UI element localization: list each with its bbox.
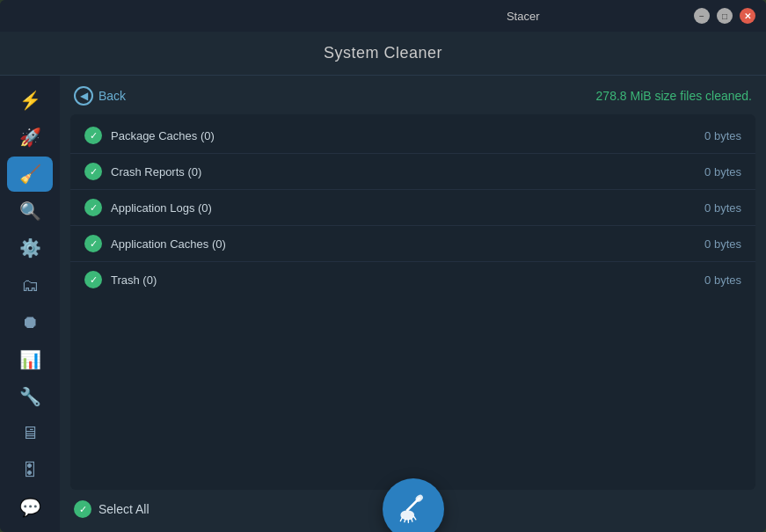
broom-icon [398, 493, 429, 525]
list-item-left: ✓ Package Caches (0) [84, 127, 215, 144]
check-icon: ✓ [84, 199, 102, 216]
startup-icon: 🚀 [19, 127, 41, 148]
services-icon: ⚙️ [19, 237, 41, 259]
sidebar-item-uninstaller[interactable]: 🗂 [7, 267, 53, 302]
item-label: Application Caches (0) [111, 237, 226, 251]
bottom-bar: ✓ Select All [70, 490, 755, 521]
apt-icon: 🎛 [21, 460, 39, 480]
table-row: ✓ Application Logs (0) 0 bytes [70, 190, 755, 226]
window-controls: − □ ✕ [694, 8, 755, 24]
cleaner-icon: 🧹 [19, 164, 41, 185]
table-row: ✓ Application Caches (0) 0 bytes [70, 226, 755, 262]
list-item-left: ✓ Application Caches (0) [84, 235, 226, 252]
resources-icon: ⏺ [21, 312, 39, 332]
check-icon: ✓ [84, 163, 102, 180]
dashboard-icon: ⚡ [19, 90, 41, 111]
sidebar-item-cleaner[interactable]: 🧹 [7, 157, 53, 192]
sidebar-item-tools[interactable]: 🔧 [7, 379, 53, 414]
sidebar-item-terminal[interactable]: 💬 [7, 490, 53, 525]
sidebar-item-resources[interactable]: ⏺ [7, 304, 53, 339]
sidebar-item-services[interactable]: ⚙️ [7, 230, 53, 266]
check-icon: ✓ [84, 271, 102, 288]
clean-button[interactable] [383, 478, 444, 532]
cleaned-message: 278.8 MiB size files cleaned. [596, 89, 752, 103]
list-item-left: ✓ Crash Reports (0) [84, 163, 201, 180]
items-list: ✓ Package Caches (0) 0 bytes ✓ Crash Rep… [70, 114, 755, 490]
svg-line-7 [413, 516, 415, 519]
item-label: Crash Reports (0) [111, 165, 201, 179]
sidebar-item-apt[interactable]: 🎛 [7, 453, 53, 488]
item-label: Application Logs (0) [111, 201, 212, 215]
page-title-bar: System Cleaner [0, 32, 766, 76]
close-button[interactable]: ✕ [740, 8, 755, 24]
sidebar-item-search[interactable]: 🔍 [7, 193, 53, 229]
sidebar: ⚡ 🚀 🧹 🔍 ⚙️ 🗂 ⏺ 📊 🔧 [0, 76, 60, 532]
back-bar: ◀ Back 278.8 MiB size files cleaned. [70, 86, 755, 106]
list-item-left: ✓ Trash (0) [84, 271, 157, 288]
back-button[interactable]: ◀ Back [74, 86, 126, 106]
gnome-icon: 🖥 [21, 423, 39, 443]
search-icon: 🔍 [19, 200, 41, 222]
sidebar-item-dashboard[interactable]: ⚡ [7, 83, 53, 118]
select-all-button[interactable]: ✓ Select All [74, 500, 150, 518]
back-icon: ◀ [74, 86, 93, 106]
back-label: Back [98, 89, 126, 103]
select-all-check-icon: ✓ [74, 500, 91, 518]
minimize-button[interactable]: − [694, 8, 710, 24]
page-title: System Cleaner [324, 44, 442, 62]
item-size: 0 bytes [704, 201, 741, 215]
tools-icon: 🔧 [19, 386, 41, 407]
app-window: Stacer − □ ✕ System Cleaner ⚡ 🚀 🧹 🔍 [0, 0, 766, 532]
item-size: 0 bytes [704, 129, 741, 142]
table-row: ✓ Package Caches (0) 0 bytes [70, 118, 755, 154]
item-size: 0 bytes [704, 237, 741, 251]
app-title: Stacer [353, 10, 695, 23]
terminal-icon: 💬 [19, 497, 41, 518]
svg-line-6 [411, 519, 412, 521]
item-size: 0 bytes [704, 273, 741, 287]
table-row: ✓ Crash Reports (0) 0 bytes [70, 154, 755, 190]
check-icon: ✓ [84, 235, 102, 252]
select-all-label: Select All [98, 502, 150, 516]
table-row: ✓ Trash (0) 0 bytes [70, 262, 755, 297]
main-layout: ⚡ 🚀 🧹 🔍 ⚙️ 🗂 ⏺ 📊 🔧 [0, 76, 766, 532]
check-icon: ✓ [84, 127, 102, 144]
sidebar-item-statistics[interactable]: 📊 [7, 342, 53, 377]
item-label: Trash (0) [111, 273, 157, 287]
content-area: ◀ Back 278.8 MiB size files cleaned. ✓ P… [60, 76, 766, 532]
svg-point-0 [400, 510, 414, 520]
maximize-button[interactable]: □ [717, 8, 733, 24]
svg-line-3 [400, 517, 402, 521]
uninstaller-icon: 🗂 [21, 275, 39, 295]
sidebar-item-startup[interactable]: 🚀 [7, 120, 53, 155]
statistics-icon: 📊 [19, 349, 41, 370]
item-size: 0 bytes [704, 165, 741, 179]
item-label: Package Caches (0) [111, 129, 215, 142]
sidebar-item-gnome[interactable]: 🖥 [7, 416, 53, 451]
list-item-left: ✓ Application Logs (0) [84, 199, 212, 216]
titlebar: Stacer − □ ✕ [0, 0, 766, 32]
